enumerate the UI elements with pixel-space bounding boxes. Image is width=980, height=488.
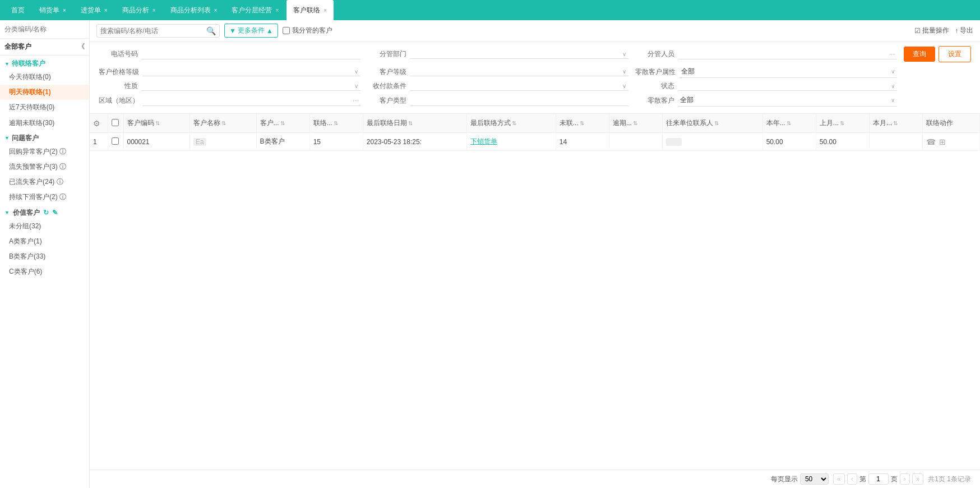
row-contact-count: 15 xyxy=(309,133,363,151)
phone-action-icon[interactable]: ☎ xyxy=(926,137,936,146)
last-method-link[interactable]: 下销货单 xyxy=(470,137,497,145)
filter-customer-level: 客户等级 ∨ xyxy=(367,67,636,77)
page-number-input[interactable] xyxy=(868,473,889,485)
my-customer-checkbox-container[interactable]: 我分管的客户 xyxy=(283,26,332,35)
filter-status: 状态 ∨ xyxy=(635,81,904,91)
sidebar-item-churned[interactable]: 已流失客户(24) ⓘ xyxy=(0,174,89,190)
row-name: Ea xyxy=(190,133,257,151)
sidebar-item-overdue-contact[interactable]: 逾期未联络(30) xyxy=(0,116,89,131)
gear-icon[interactable]: ⚙ xyxy=(93,119,100,128)
sidebar-item-today-contact[interactable]: 今天待联络(0) xyxy=(0,70,89,85)
sort-icon[interactable]: ⇅ xyxy=(787,120,791,126)
toolbar-search-container: 🔍 xyxy=(96,24,220,38)
sort-icon[interactable]: ⇅ xyxy=(633,120,637,126)
nav-home[interactable]: 首页 xyxy=(4,0,31,20)
table-footer: 每页显示 50 10 20 100 « ‹ 第 页 › » 共1页 1条记录 xyxy=(90,469,980,488)
th-overdue: 逾期...⇅ xyxy=(609,114,662,133)
sidebar-item-declining[interactable]: 持续下滑客户(2) ⓘ xyxy=(0,190,89,205)
first-page-button[interactable]: « xyxy=(833,473,845,485)
filter-manager-dots[interactable]: ··· xyxy=(889,50,895,58)
filter-input-phone[interactable] xyxy=(141,49,360,59)
sidebar-item-class-a[interactable]: A类客户(1) xyxy=(0,234,89,249)
th-code: 客户编码⇅ xyxy=(123,114,190,133)
close-icon[interactable]: × xyxy=(323,7,327,13)
chevron-down-icon: ∨ xyxy=(622,83,626,89)
sort-icon[interactable]: ⇅ xyxy=(714,120,719,126)
filter-select-status[interactable]: ∨ xyxy=(678,82,897,91)
export-button[interactable]: ↑ 导出 xyxy=(955,26,973,35)
row-checkbox[interactable] xyxy=(112,137,119,145)
filter-select-customer-level[interactable]: ∨ xyxy=(410,67,629,76)
row-contact-person xyxy=(663,133,763,151)
filter-select-price-level[interactable]: ∨ xyxy=(142,67,360,76)
collapse-icon[interactable]: 《 xyxy=(78,42,85,52)
sidebar-item-class-b[interactable]: B类客户(33) xyxy=(0,249,89,264)
chevron-down-icon: ∨ xyxy=(622,51,626,57)
sort-icon[interactable]: ⇅ xyxy=(893,120,898,126)
nav-product-analysis-list[interactable]: 商品分析列表 × xyxy=(164,0,224,20)
sidebar-item-repurchase-abnormal[interactable]: 回购异常客户(2) ⓘ xyxy=(0,144,89,159)
filter-input-customer-type[interactable] xyxy=(410,95,629,106)
filter-payment: 收付款条件 ∨ xyxy=(367,81,636,91)
th-uncontacted: 未联...⇅ xyxy=(556,114,609,133)
close-icon[interactable]: × xyxy=(275,7,279,13)
sidebar-item-churn-warning[interactable]: 流失预警客户(3) ⓘ xyxy=(0,159,89,174)
sort-icon[interactable]: ⇅ xyxy=(512,120,516,126)
sidebar-item-tomorrow-contact[interactable]: 明天待联络(1) xyxy=(0,85,89,100)
filter-icon: ▼ xyxy=(229,27,236,35)
reset-button[interactable]: 设置 xyxy=(939,46,971,62)
sidebar-search-input[interactable] xyxy=(4,25,89,33)
nav-sales-order[interactable]: 销货单 × xyxy=(33,0,73,20)
filter-actions: 查询 设置 xyxy=(904,46,971,62)
sort-icon[interactable]: ⇅ xyxy=(580,120,584,126)
sort-icon[interactable]: ⇅ xyxy=(408,120,413,126)
th-category: 客户...⇅ xyxy=(256,114,309,133)
grid-action-icon[interactable]: ⊞ xyxy=(939,137,946,146)
customer-table: ⚙ 客户编码⇅ 客户名称⇅ 客户...⇅ xyxy=(90,114,980,151)
close-icon[interactable]: × xyxy=(214,7,218,13)
close-icon[interactable]: × xyxy=(152,7,156,13)
filter-region-dots[interactable]: ··· xyxy=(353,96,358,104)
close-icon[interactable]: × xyxy=(104,7,108,13)
nav-customer-segment[interactable]: 客户分层经营 × xyxy=(225,0,285,20)
th-contact-count: 联络...⇅ xyxy=(309,114,363,133)
select-all-checkbox[interactable] xyxy=(112,119,119,126)
sort-icon[interactable]: ⇅ xyxy=(155,120,160,126)
nav-customer-contact[interactable]: 客户联络 × xyxy=(286,0,334,20)
sidebar-item-ungrouped[interactable]: 未分组(32) xyxy=(0,219,89,234)
sidebar-item-class-c[interactable]: C类客户(6) xyxy=(0,264,89,279)
nav-purchase-order[interactable]: 进货单 × xyxy=(74,0,114,20)
batch-operation-button[interactable]: ☑ 批量操作 xyxy=(914,26,949,35)
toolbar: 🔍 ▼ 更多条件 ▲ 我分管的客户 ☑ 批量操作 ↑ 导出 xyxy=(90,20,980,42)
filter-manager: 分管人员 ··· xyxy=(635,49,904,59)
main-layout: 🔍 全部客户 《 待联络客户 今天待联络(0) 明天待联络(1) 近7天待联络(… xyxy=(0,20,980,488)
search-icon[interactable]: 🔍 xyxy=(206,26,216,35)
sidebar-group-problem: 问题客户 xyxy=(0,131,89,144)
filter-price-level: 客户价格等级 ∨ xyxy=(99,67,367,77)
close-icon[interactable]: × xyxy=(63,7,66,13)
chevron-down-icon: ∨ xyxy=(354,83,358,89)
filter-select-nature[interactable]: ∨ xyxy=(141,82,360,91)
page-size-select[interactable]: 50 10 20 100 xyxy=(800,473,829,485)
refresh-icon[interactable]: ↻ xyxy=(43,209,49,217)
sort-icon[interactable]: ⇅ xyxy=(334,120,338,126)
edit-icon[interactable]: ✎ xyxy=(52,209,58,217)
sidebar-all-customers[interactable]: 全部客户 《 xyxy=(0,39,89,56)
sort-icon[interactable]: ⇅ xyxy=(221,120,226,126)
sort-icon[interactable]: ⇅ xyxy=(280,120,285,126)
filter-select-payment[interactable]: ∨ xyxy=(410,82,629,91)
next-page-button[interactable]: › xyxy=(900,473,910,485)
query-button[interactable]: 查询 xyxy=(904,47,935,62)
filter-select-retail-customer[interactable]: 全部∨ xyxy=(678,94,897,107)
last-page-button[interactable]: » xyxy=(912,473,924,485)
filter-select-dept[interactable]: ∨ xyxy=(410,50,629,59)
sort-icon[interactable]: ⇅ xyxy=(840,120,844,126)
my-customer-checkbox[interactable] xyxy=(283,27,290,34)
more-filter-button[interactable]: ▼ 更多条件 ▲ xyxy=(224,24,278,38)
filter-select-retail-attr[interactable]: 全部∨ xyxy=(679,66,897,78)
prev-page-button[interactable]: ‹ xyxy=(847,473,857,485)
chevron-down-icon: ∨ xyxy=(354,68,358,75)
search-input[interactable] xyxy=(100,27,204,35)
sidebar-item-7days-contact[interactable]: 近7天待联络(0) xyxy=(0,100,89,115)
nav-product-analysis[interactable]: 商品分析 × xyxy=(115,0,163,20)
